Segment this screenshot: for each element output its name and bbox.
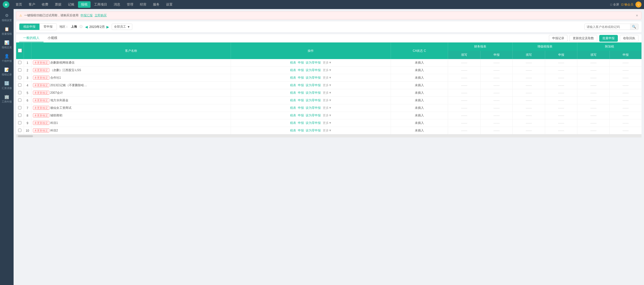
- op-zero-declare[interactable]: 设为零申报: [306, 121, 321, 125]
- nav-settings[interactable]: 设置: [163, 1, 176, 8]
- op-taxform[interactable]: 税表: [290, 61, 296, 64]
- op-taxform[interactable]: 税表: [290, 129, 296, 132]
- row-checkbox[interactable]: [18, 83, 21, 87]
- op-taxform[interactable]: 税表: [290, 83, 296, 87]
- op-zero-declare[interactable]: 设为零申报: [306, 129, 321, 132]
- row-checkbox[interactable]: [18, 76, 21, 79]
- op-zero-declare[interactable]: 设为零申报: [306, 76, 321, 79]
- sidebar-label-tax-record: 报税记录: [2, 73, 12, 76]
- op-zero-declare[interactable]: 设为零申报: [306, 91, 321, 94]
- tab-small-scale[interactable]: 小规模: [44, 34, 61, 42]
- op-zero-declare[interactable]: 设为零申报: [306, 99, 321, 102]
- nav-manage[interactable]: 管理: [124, 1, 136, 8]
- op-declare[interactable]: 申报: [298, 106, 304, 110]
- op-taxform[interactable]: 税表: [290, 121, 296, 125]
- sidebar-item-individual-tax[interactable]: 👤 个税申报: [0, 52, 14, 65]
- op-declare[interactable]: 申报: [298, 61, 304, 64]
- scrollbar-thumb[interactable]: [18, 135, 33, 137]
- nav-invoice[interactable]: 票据: [52, 1, 64, 8]
- cell-add-dec: ——: [610, 74, 641, 82]
- nav-operation[interactable]: 经营: [137, 1, 149, 8]
- op-taxform[interactable]: 税表: [290, 106, 296, 110]
- row-checkbox[interactable]: [18, 121, 21, 124]
- update-fetch-btn[interactable]: 更新统定及取数: [570, 35, 597, 42]
- op-declare[interactable]: 申报: [298, 76, 304, 79]
- nav-accounting[interactable]: 记账: [65, 1, 77, 8]
- buy-now-link[interactable]: 立即购买: [95, 13, 107, 18]
- region-info-icon[interactable]: ⓘ: [79, 25, 83, 29]
- nav-home[interactable]: 首页: [13, 1, 25, 8]
- op-more[interactable]: 更多▼: [323, 91, 332, 94]
- op-declare[interactable]: 申报: [298, 68, 304, 72]
- nav-billing[interactable]: 收费: [39, 1, 51, 8]
- employee-selector[interactable]: 全部员工 ▼: [112, 24, 132, 30]
- date-next-btn[interactable]: ▶: [106, 25, 109, 29]
- date-prev-btn[interactable]: ◀: [85, 25, 88, 29]
- select-all-checkbox[interactable]: [18, 49, 22, 53]
- op-zero-declare[interactable]: 设为零申报: [306, 68, 321, 72]
- op-more[interactable]: 更多▼: [323, 68, 332, 72]
- declaration-record-btn[interactable]: 申报记录: [549, 35, 568, 42]
- nav-message[interactable]: 消息: [111, 1, 123, 8]
- op-taxform[interactable]: 税表: [290, 114, 296, 117]
- cell-fin-fill: ——: [448, 89, 480, 97]
- op-zero-declare[interactable]: 设为零申报: [306, 61, 321, 64]
- cell-ca-status: 未插入: [391, 127, 448, 134]
- row-checkbox[interactable]: [18, 91, 21, 94]
- user-avatar[interactable]: U: [635, 2, 641, 8]
- search-button[interactable]: 🔍: [630, 24, 638, 30]
- op-more[interactable]: 更多▼: [323, 121, 332, 125]
- tab-zero-declaration[interactable]: 零申报: [39, 24, 57, 30]
- row-checkbox[interactable]: [18, 129, 21, 132]
- op-more[interactable]: 更多▼: [323, 76, 332, 79]
- nav-customer[interactable]: 客户: [26, 1, 38, 8]
- row-checkbox[interactable]: [18, 106, 21, 109]
- op-declare[interactable]: 申报: [298, 121, 304, 125]
- cell-tax-dec: ——: [545, 89, 577, 97]
- row-checkbox[interactable]: [18, 114, 21, 117]
- op-more[interactable]: 更多▼: [323, 114, 332, 117]
- op-declare[interactable]: 申报: [298, 99, 304, 102]
- nav-tax[interactable]: 报税: [78, 1, 91, 8]
- op-more[interactable]: 更多▼: [323, 99, 332, 102]
- logo[interactable]: 财: [3, 1, 10, 8]
- op-taxform[interactable]: 税表: [290, 68, 296, 72]
- fullscreen-btn[interactable]: □ 全屏: [610, 3, 619, 7]
- op-taxform[interactable]: 税表: [290, 99, 296, 102]
- search-input[interactable]: [585, 24, 630, 30]
- batch-declare-btn[interactable]: 批量申报: [599, 35, 618, 42]
- op-more[interactable]: 更多▼: [323, 83, 332, 87]
- op-taxform[interactable]: 税表: [290, 76, 296, 79]
- tab-tax-declaration[interactable]: 税款申报: [19, 24, 39, 30]
- op-declare[interactable]: 申报: [298, 91, 304, 94]
- sidebar-item-annual-report[interactable]: 🏢 工商年报: [0, 92, 14, 106]
- op-more[interactable]: 更多▼: [323, 61, 332, 64]
- tab-general-taxpayer[interactable]: 一般的税人: [19, 34, 44, 42]
- row-checkbox[interactable]: [18, 68, 21, 72]
- horizontal-scrollbar[interactable]: [16, 134, 641, 137]
- nav-business[interactable]: 工商项目: [91, 1, 110, 8]
- op-zero-declare[interactable]: 设为零申报: [306, 106, 321, 110]
- op-zero-declare[interactable]: 设为零申报: [306, 83, 321, 87]
- op-declare[interactable]: 申报: [298, 129, 304, 132]
- sidebar-item-tax-settings[interactable]: ⚙ 报税设置: [0, 11, 14, 24]
- row-checkbox[interactable]: [18, 99, 21, 102]
- sidebar-item-tax-overview[interactable]: 📊 报税总览: [0, 38, 14, 51]
- op-taxform[interactable]: 税表: [290, 91, 296, 94]
- declaration-summary-link[interactable]: 申报汇报: [80, 13, 93, 18]
- op-zero-declare[interactable]: 设为零申报: [306, 114, 321, 117]
- op-more[interactable]: 更多▼: [323, 129, 332, 132]
- fetch-back-btn[interactable]: 收取回执: [620, 35, 638, 42]
- row-checkbox[interactable]: [18, 61, 21, 64]
- unconfirmed-badge: 未更新核定: [33, 128, 49, 132]
- op-more[interactable]: 更多▼: [323, 106, 332, 110]
- notification-close-btn[interactable]: ✕: [636, 14, 638, 17]
- member-btn[interactable]: ⊡ 畅会员: [621, 3, 633, 7]
- nav-service[interactable]: 服务: [150, 1, 163, 8]
- op-declare[interactable]: 申报: [298, 114, 304, 117]
- sidebar-item-settlement[interactable]: 🔢 汇算清缴: [0, 79, 14, 92]
- sidebar-item-tax-record[interactable]: 📝 报税记录: [0, 65, 14, 78]
- filter-bar: 税款申报 零申报 地区： 上海 ⓘ ◀ 2023年2月 ▶ 全部员工 ▼ 🔍: [16, 21, 641, 32]
- sidebar-item-batch-tax[interactable]: 📋 批量报税: [0, 25, 14, 38]
- op-declare[interactable]: 申报: [298, 83, 304, 87]
